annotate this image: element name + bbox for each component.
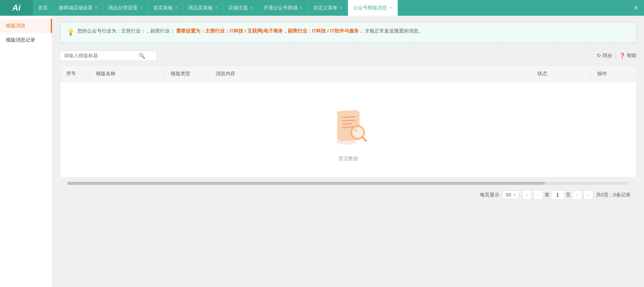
sidebar-item-template-message[interactable]: 模版消息	[0, 19, 52, 33]
nav-tab-list: 首页微商城店铺设置×商品分类设置×首页装修×商品页装修×店铺主题×开通公众号商城…	[33, 0, 628, 16]
sidebar-item-template-message-record[interactable]: 模版消息记录	[0, 33, 52, 47]
table-header: 序号模版名称模版类型消息内容状态操作	[60, 66, 636, 82]
close-tab-shop-settings[interactable]: ×	[95, 5, 98, 10]
table-column-header: 消息内容	[210, 66, 531, 82]
svg-point-8	[354, 129, 357, 132]
close-tab-custom-menu[interactable]: ×	[340, 5, 342, 10]
brand-logo: Ai	[0, 0, 33, 16]
help-button[interactable]: ❓ 帮助	[619, 52, 637, 59]
page-size-select[interactable]: 50 ∨	[502, 190, 519, 199]
table-column-header: 模版类型	[165, 66, 210, 82]
search-icon[interactable]: 🔍	[139, 53, 145, 59]
main-content: 💡 您的公众号行业为：主营行业：，副营行业： 需要设置为：主营行业：IT科技 /…	[52, 16, 644, 287]
horizontal-scrollbar[interactable]	[67, 182, 629, 185]
empty-illustration	[326, 104, 371, 149]
close-tab-open-mall[interactable]: ×	[300, 5, 302, 10]
page-label: 第	[545, 192, 549, 198]
main-layout: 模版消息模版消息记录 💡 您的公众号行业为：主营行业：，副营行业： 需要设置为：…	[0, 16, 644, 287]
svg-point-6	[353, 128, 363, 137]
sidebar: 模版消息模版消息记录	[0, 16, 52, 287]
page-input[interactable]	[551, 190, 564, 200]
nav-tab-product-decor[interactable]: 商品页装修×	[183, 0, 223, 16]
scroll-thumb[interactable]	[67, 182, 545, 185]
nav-tab-category-settings[interactable]: 商品分类设置×	[103, 0, 148, 16]
search-input-wrap[interactable]: 🔍	[60, 51, 157, 61]
total-info: 共0页，0条记录	[596, 192, 631, 198]
divider: |	[615, 53, 616, 58]
table-column-header: 状态	[531, 66, 591, 82]
page-size-label: 每页显示	[480, 192, 499, 198]
nav-tab-home[interactable]: 首页	[33, 0, 53, 16]
data-table: 序号模版名称模版类型消息内容状态操作	[60, 65, 637, 177]
notice-text: 您的公众号行业为：主营行业：，副营行业： 需要设置为：主营行业：IT科技 / 互…	[77, 27, 423, 35]
close-tab-product-decor[interactable]: ×	[215, 5, 218, 10]
bulb-icon: 💡	[67, 28, 74, 37]
table-column-header: 操作	[591, 66, 636, 82]
sync-icon: ↻	[597, 53, 601, 58]
search-actions: ↻ 同步 | ❓ 帮助	[597, 52, 637, 59]
close-tab-home-decor[interactable]: ×	[175, 5, 178, 10]
nav-tab-custom-menu[interactable]: 自定义菜单×	[308, 0, 348, 16]
last-page-button[interactable]: »	[583, 190, 593, 200]
close-all-button[interactable]: ×	[628, 0, 644, 16]
empty-state: 暂无数据	[60, 82, 636, 177]
table-column-header: 序号	[60, 66, 90, 82]
first-page-button[interactable]: «	[522, 190, 532, 200]
top-navigation: Ai 首页微商城店铺设置×商品分类设置×首页装修×商品页装修×店铺主题×开通公众…	[0, 0, 644, 16]
sync-button[interactable]: ↻ 同步	[597, 52, 612, 59]
empty-text: 暂无数据	[339, 155, 358, 162]
nav-tab-template-msg[interactable]: 公众号模版消息×	[348, 0, 398, 16]
nav-tab-shop-settings[interactable]: 微商城店铺设置×	[53, 0, 103, 16]
svg-line-7	[362, 137, 366, 141]
pagination: 每页显示 50 ∨ « ‹ 第 页 › » 共0页，0条记录	[60, 186, 637, 204]
nav-tab-home-decor[interactable]: 首页装修×	[148, 0, 183, 16]
notice-box: 💡 您的公众号行业为：主营行业：，副营行业： 需要设置为：主营行业：IT科技 /…	[60, 22, 637, 43]
help-icon: ❓	[619, 53, 625, 58]
prev-page-button[interactable]: ‹	[533, 190, 543, 200]
page-unit: 页	[566, 192, 571, 198]
nav-tab-shop-theme[interactable]: 店铺主题×	[223, 0, 258, 16]
close-tab-template-msg[interactable]: ×	[389, 5, 392, 10]
table-column-header: 模版名称	[90, 66, 165, 82]
search-bar: 🔍 ↻ 同步 | ❓ 帮助	[60, 51, 637, 61]
search-input[interactable]	[64, 53, 139, 58]
nav-tab-open-mall[interactable]: 开通公众号商城×	[258, 0, 308, 16]
next-page-button[interactable]: ›	[572, 190, 582, 200]
page-size-value: 50	[506, 192, 511, 198]
close-tab-category-settings[interactable]: ×	[140, 5, 142, 10]
close-tab-shop-theme[interactable]: ×	[250, 5, 253, 10]
chevron-down-icon: ∨	[513, 192, 516, 197]
pager: « ‹ 第 页 › »	[522, 190, 593, 200]
